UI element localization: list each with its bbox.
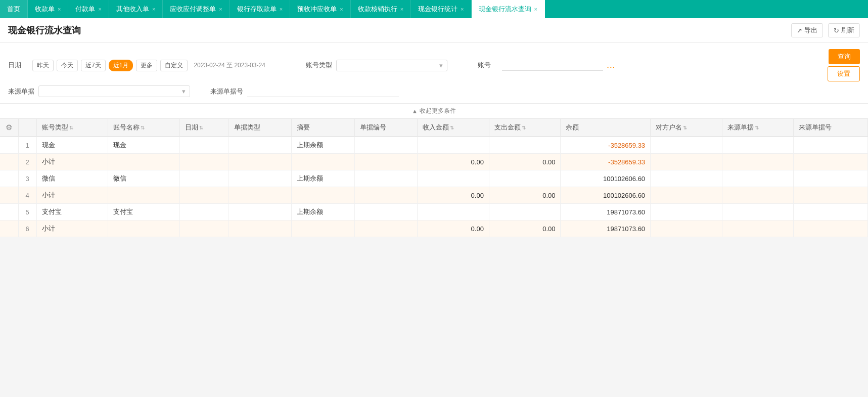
income-cell: [418, 170, 489, 187]
balance-cell: -3528659.33: [561, 154, 651, 170]
balance-cell: 19871073.60: [561, 220, 651, 237]
account-ellipsis[interactable]: ...: [607, 62, 616, 69]
col-account-name[interactable]: 账号名称⇅: [108, 119, 180, 137]
sort-source-doc-icon: ⇅: [755, 125, 759, 130]
close-prepay-icon[interactable]: ×: [340, 6, 343, 12]
col-counterparty[interactable]: 对方户名⇅: [651, 119, 722, 137]
doc-type-cell: [229, 204, 292, 220]
date-custom-btn[interactable]: 自定义: [160, 60, 188, 71]
date-7days-btn[interactable]: 近7天: [81, 60, 106, 71]
refresh-button[interactable]: ↻ 刷新: [828, 23, 860, 37]
expense-cell: [489, 170, 561, 187]
source-doc-no-cell: [794, 187, 868, 204]
account-name-cell: 支付宝: [108, 204, 180, 220]
nav-receipt[interactable]: 收款单 ×: [28, 0, 68, 18]
col-expense[interactable]: 支出金额⇅: [489, 119, 561, 137]
date-yesterday-btn[interactable]: 昨天: [32, 60, 54, 71]
date-today-btn[interactable]: 今天: [57, 60, 78, 71]
refresh-icon: ↻: [834, 27, 839, 34]
counterparty-cell: [651, 187, 722, 204]
row-num-cell: 1: [18, 137, 36, 154]
row-num-cell: 2: [18, 154, 36, 170]
col-rownum: [18, 119, 36, 137]
source-doc-no-cell: [794, 154, 868, 170]
col-summary: 摘要: [292, 119, 355, 137]
nav-writeoff[interactable]: 收款核销执行 ×: [351, 0, 411, 18]
date-cell: [179, 220, 229, 237]
close-cash-flow-icon[interactable]: ×: [534, 6, 537, 12]
top-nav: 首页 收款单 × 付款单 × 其他收入单 × 应收应付调整单 × 银行存取款单 …: [0, 0, 868, 18]
query-button[interactable]: 查询: [829, 49, 860, 64]
source-doc-no-cell: [794, 220, 868, 237]
source-doc-cell: [722, 137, 794, 154]
summary-cell: 上期余额: [292, 170, 355, 187]
date-more-btn[interactable]: 更多: [136, 60, 157, 71]
close-receipt-icon[interactable]: ×: [58, 6, 61, 12]
date-1month-btn[interactable]: 近1月: [109, 60, 133, 71]
expense-cell: [489, 137, 561, 154]
date-cell: [179, 170, 229, 187]
nav-cash-stats[interactable]: 现金银行统计 ×: [411, 0, 471, 18]
col-doc-type: 单据类型: [229, 119, 292, 137]
nav-ar-ap-adjust[interactable]: 应收应付调整单 ×: [163, 0, 230, 18]
table-gear-icon[interactable]: ⚙: [6, 123, 12, 131]
doc-type-cell: [229, 220, 292, 237]
row-num-cell: 5: [18, 204, 36, 220]
income-cell: [418, 204, 489, 220]
source-doc-cell: [722, 154, 794, 170]
close-ar-ap-icon[interactable]: ×: [219, 6, 222, 12]
close-cash-stats-icon[interactable]: ×: [461, 6, 464, 12]
doc-type-cell: [229, 154, 292, 170]
counterparty-cell: [651, 137, 722, 154]
row-settings-cell: [0, 170, 18, 187]
close-bank-deposit-icon[interactable]: ×: [280, 6, 283, 12]
col-doc-no: 单据编号: [354, 119, 418, 137]
doc-no-cell: [354, 154, 418, 170]
table-row: 1现金现金上期余额-3528659.33: [0, 137, 868, 154]
close-other-income-icon[interactable]: ×: [152, 6, 155, 12]
date-cell: [179, 187, 229, 204]
col-income[interactable]: 收入金额⇅: [418, 119, 489, 137]
account-name-cell: 现金: [108, 137, 180, 154]
col-account-type[interactable]: 账号类型⇅: [36, 119, 108, 137]
nav-home[interactable]: 首页: [0, 0, 28, 18]
summary-cell: [292, 187, 355, 204]
source-doc-num-input[interactable]: [247, 86, 399, 97]
expense-cell: 0.00: [489, 187, 561, 204]
source-doc-select[interactable]: ▾: [38, 85, 190, 97]
close-payment-icon[interactable]: ×: [98, 6, 101, 12]
doc-type-cell: [229, 137, 292, 154]
nav-payment[interactable]: 付款单 ×: [68, 0, 109, 18]
page-title: 现金银行流水查询: [8, 24, 81, 36]
collapse-button[interactable]: ▲ 收起更多条件: [407, 106, 462, 116]
row-settings-cell: [0, 220, 18, 237]
nav-bank-deposit[interactable]: 银行存取款单 ×: [230, 0, 290, 18]
filter-area: 日期 昨天 今天 近7天 近1月 更多 自定义 2023-02-24 至 202…: [0, 43, 868, 104]
balance-cell: 100102606.60: [561, 170, 651, 187]
balance-cell: 100102606.60: [561, 187, 651, 204]
account-type-cell: 支付宝: [36, 204, 108, 220]
doc-no-cell: [354, 220, 418, 237]
nav-prepay[interactable]: 预收冲应收单 ×: [290, 0, 350, 18]
account-type-cell: 现金: [36, 137, 108, 154]
doc-no-cell: [354, 170, 418, 187]
nav-other-income[interactable]: 其他收入单 ×: [109, 0, 163, 18]
export-icon: ↗: [797, 27, 802, 34]
income-cell: [418, 137, 489, 154]
col-balance: 余额: [561, 119, 651, 137]
account-type-cell: 小计: [36, 220, 108, 237]
doc-no-cell: [354, 187, 418, 204]
nav-cash-flow[interactable]: 现金银行流水查询 ×: [472, 0, 545, 18]
table-row: 5支付宝支付宝上期余额19871073.60: [0, 204, 868, 220]
settings-button[interactable]: 设置: [828, 66, 860, 81]
source-doc-no-cell: [794, 204, 868, 220]
account-input[interactable]: [502, 60, 603, 71]
account-type-select[interactable]: ▾: [336, 60, 447, 71]
table-container: ⚙ 账号类型⇅ 账号名称⇅ 日期⇅ 单据类型 摘要 单据编号 收入金额⇅: [0, 119, 868, 237]
row-num-cell: 3: [18, 170, 36, 187]
col-date[interactable]: 日期⇅: [179, 119, 229, 137]
close-writeoff-icon[interactable]: ×: [400, 6, 403, 12]
col-source-doc[interactable]: 来源单据⇅: [722, 119, 794, 137]
export-button[interactable]: ↗ 导出: [791, 23, 823, 37]
row-settings-cell: [0, 154, 18, 170]
